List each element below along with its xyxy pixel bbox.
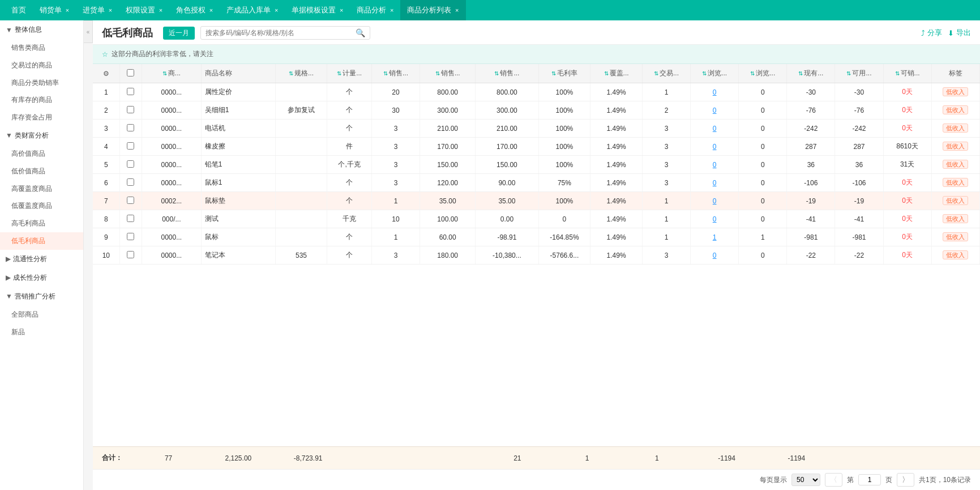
row-sku: 0000... <box>142 156 201 174</box>
nav-close-analysis[interactable]: × <box>390 7 393 14</box>
row-view1[interactable]: 0 <box>691 174 739 192</box>
nav-roles[interactable]: 角色授权 × <box>169 0 220 20</box>
row-checkbox[interactable] <box>119 83 142 101</box>
row-checkbox[interactable] <box>119 120 142 138</box>
row-spec <box>275 174 327 192</box>
table-row: 3 0000... 电话机 个 3 210.00 210.00 100% 1.4… <box>93 120 980 138</box>
row-sales-price: 150.00 <box>420 156 476 174</box>
row-view1[interactable]: 1 <box>691 228 739 246</box>
sidebar-item-low-coverage[interactable]: 低覆盖度商品 <box>0 197 83 215</box>
th-tag[interactable]: 标签 <box>931 64 979 83</box>
nav-purchase[interactable]: 进货单 × <box>76 0 119 20</box>
th-sales-price[interactable]: ⇅销售... <box>420 64 476 83</box>
sidebar-item-high-value[interactable]: 高价值商品 <box>0 145 83 163</box>
arrow-icon-5: ▼ <box>6 292 12 300</box>
row-cover: 1.49% <box>590 174 643 192</box>
row-checkbox[interactable] <box>119 101 142 120</box>
table-container[interactable]: ⚙ ⇅商... 商品名称 ⇅规格... ⇅计量... ⇅销售... ⇅销售...… <box>93 64 980 446</box>
sidebar-item-high-coverage[interactable]: 高覆盖度商品 <box>0 180 83 198</box>
next-page-button[interactable]: 〉 <box>897 473 914 487</box>
sidebar-item-sales-products[interactable]: 销售类商品 <box>0 39 83 57</box>
search-icon[interactable]: 🔍 <box>356 28 365 37</box>
nav-products-in[interactable]: 产成品入库单 × <box>220 0 285 20</box>
share-button[interactable]: ⤴ 分享 <box>921 28 942 38</box>
th-spec[interactable]: ⇅规格... <box>275 64 327 83</box>
nav-close-analysis-list[interactable]: × <box>455 7 459 14</box>
row-view1[interactable]: 0 <box>691 138 739 156</box>
th-sales-profit[interactable]: ⇅销售... <box>476 64 538 83</box>
footer-view2: 1 <box>622 454 692 462</box>
export-button[interactable]: ⬇ 导出 <box>948 28 971 38</box>
th-sellable[interactable]: ⇅可销... <box>883 64 931 83</box>
sidebar-section-circulation[interactable]: ▶ 流通性分析 <box>0 250 83 269</box>
search-input[interactable] <box>206 29 356 37</box>
row-spec <box>275 156 327 174</box>
th-stock[interactable]: ⇅现有... <box>787 64 835 83</box>
row-no: 8 <box>93 210 119 228</box>
sidebar-item-low-margin[interactable]: 低毛利商品 <box>0 232 83 250</box>
nav-sales[interactable]: 销货单 × <box>33 0 76 20</box>
sidebar-collapse-button[interactable]: « <box>84 20 93 43</box>
row-checkbox[interactable] <box>119 156 142 174</box>
row-view1[interactable]: 0 <box>691 156 739 174</box>
th-avail[interactable]: ⇅可用... <box>835 64 883 83</box>
sidebar-section-wealth[interactable]: ▼ 类财富分析 <box>0 126 83 145</box>
row-checkbox[interactable] <box>119 138 142 156</box>
page-size-select[interactable]: 50 100 200 <box>791 474 820 486</box>
th-trans[interactable]: ⇅交易... <box>642 64 690 83</box>
row-checkbox[interactable] <box>119 246 142 265</box>
select-all-checkbox[interactable] <box>127 69 134 76</box>
th-cover[interactable]: ⇅覆盖... <box>590 64 643 83</box>
row-view1[interactable]: 0 <box>691 83 739 101</box>
sidebar-section-overview[interactable]: ▼ 整体信息 <box>0 20 83 39</box>
th-unit[interactable]: ⇅计量... <box>327 64 372 83</box>
nav-close-roles[interactable]: × <box>209 7 213 14</box>
sidebar-item-all-products[interactable]: 全部商品 <box>0 306 83 323</box>
row-checkbox[interactable] <box>119 210 142 228</box>
sidebar-item-traded-products[interactable]: 交易过的商品 <box>0 57 83 74</box>
nav-template[interactable]: 单据模板设置 × <box>285 0 350 20</box>
sidebar-item-high-margin[interactable]: 高毛利商品 <box>0 215 83 232</box>
row-view1[interactable]: 0 <box>691 101 739 120</box>
nav-analysis[interactable]: 商品分析 × <box>350 0 400 20</box>
sidebar-item-category-rate[interactable]: 商品分类助销率 <box>0 74 83 92</box>
th-sales-qty[interactable]: ⇅销售... <box>371 64 420 83</box>
row-view1[interactable]: 0 <box>691 120 739 138</box>
row-checkbox[interactable] <box>119 192 142 210</box>
nav-close-template[interactable]: × <box>340 7 343 14</box>
th-margin[interactable]: ⇅毛利率 <box>538 64 590 83</box>
row-checkbox[interactable] <box>119 174 142 192</box>
row-view1[interactable]: 0 <box>691 192 739 210</box>
sidebar-section-growth[interactable]: ▶ 成长性分析 <box>0 269 83 287</box>
sidebar-section-marketing[interactable]: ▼ 营销推广分析 <box>0 287 83 306</box>
sidebar-item-low-value[interactable]: 低价值商品 <box>0 163 83 180</box>
time-filter-button[interactable]: 近一月 <box>163 27 195 40</box>
th-checkbox[interactable] <box>119 64 142 83</box>
nav-analysis-list[interactable]: 商品分析列表 × <box>400 0 465 20</box>
th-view1[interactable]: ⇅浏览... <box>691 64 739 83</box>
th-sku[interactable]: ⇅商... <box>142 64 201 83</box>
nav-close-products-in[interactable]: × <box>275 7 278 14</box>
sidebar-item-new-products[interactable]: 新品 <box>0 323 83 341</box>
nav-close-purchase[interactable]: × <box>109 7 112 14</box>
nav-permissions[interactable]: 权限设置 × <box>119 0 169 20</box>
nav-close-permissions[interactable]: × <box>159 7 162 14</box>
row-view1[interactable]: 0 <box>691 246 739 265</box>
nav-home[interactable]: 首页 <box>5 0 33 20</box>
prev-page-button[interactable]: 〈 <box>825 473 842 487</box>
page-number-input[interactable] <box>858 474 881 485</box>
row-sales-qty: 1 <box>371 192 420 210</box>
row-view1[interactable]: 0 <box>691 210 739 228</box>
th-name[interactable]: 商品名称 <box>201 64 275 83</box>
nav-close-sales[interactable]: × <box>66 7 69 14</box>
table-row: 5 0000... 铅笔1 个,千克 3 150.00 150.00 100% … <box>93 156 980 174</box>
row-checkbox[interactable] <box>119 228 142 246</box>
row-name: 测试 <box>201 210 275 228</box>
row-trans: 3 <box>642 156 690 174</box>
sidebar-item-in-stock[interactable]: 有库存的商品 <box>0 91 83 109</box>
sidebar-item-stock-capital[interactable]: 库存资金占用 <box>0 109 83 126</box>
row-no: 6 <box>93 174 119 192</box>
th-view2[interactable]: ⇅浏览... <box>739 64 787 83</box>
th-settings[interactable]: ⚙ <box>93 64 119 83</box>
row-margin: -5766.6... <box>538 246 590 265</box>
